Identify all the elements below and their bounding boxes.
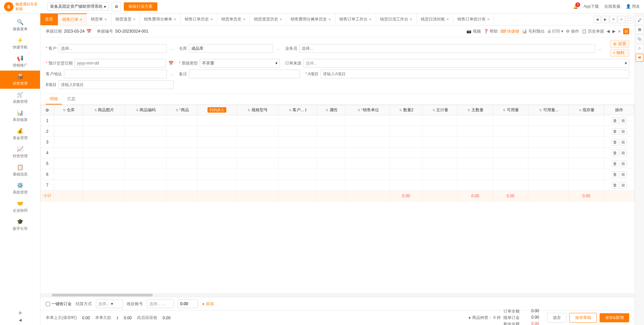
tab-expand-btn[interactable]: ⛶ bbox=[626, 16, 633, 23]
row-qty2-7[interactable] bbox=[390, 180, 422, 191]
row-spec-5[interactable] bbox=[236, 158, 278, 169]
right-panel-edit[interactable]: 🖊 bbox=[636, 16, 644, 24]
th-gear[interactable]: ⚙ bbox=[41, 105, 54, 115]
action-video[interactable]: 📷 视频 bbox=[466, 29, 481, 34]
action-operate[interactable]: ⚙ 操作 bbox=[566, 29, 579, 34]
invoice-type-select[interactable]: 不开票 ▾ bbox=[200, 59, 280, 68]
tab-goods-history[interactable]: 销货单历史 ✕ bbox=[217, 13, 250, 25]
industry-btn[interactable]: 体验行业方案 bbox=[124, 2, 157, 11]
row-spec-4[interactable] bbox=[236, 148, 278, 158]
calendar-icon-2[interactable]: 📅 bbox=[168, 61, 174, 66]
row-attr-7[interactable] bbox=[317, 180, 346, 191]
row-spec-2[interactable] bbox=[236, 126, 278, 137]
delete-btn-4[interactable]: 🗑 bbox=[612, 150, 618, 156]
user-menu[interactable]: 👤 用友 bbox=[626, 4, 640, 9]
salesperson-dots[interactable]: … bbox=[598, 46, 602, 51]
row-qty2-4[interactable] bbox=[390, 148, 422, 158]
tab-sales-order-history-close[interactable]: ✕ bbox=[210, 17, 213, 21]
sort-icon-product[interactable]: ⇅ bbox=[176, 108, 178, 112]
row-customer-3[interactable] bbox=[278, 137, 317, 148]
scan-btn[interactable]: 扫码录入 bbox=[207, 107, 226, 113]
sidebar-item-purchase[interactable]: 🛒 采购管理 bbox=[0, 89, 40, 107]
copy-btn-4[interactable]: ⊞ bbox=[620, 150, 627, 156]
nav-prev-btn[interactable]: ◀ bbox=[607, 29, 610, 34]
action-shortcut[interactable]: ⌨ 快捷键 bbox=[500, 29, 519, 34]
sort-icon-qty2[interactable]: ⇅ bbox=[399, 108, 402, 112]
row-warehouse-1[interactable] bbox=[54, 115, 83, 126]
tab-sales-return[interactable]: 销货退货 ✕ bbox=[111, 13, 140, 25]
system-name[interactable]: 装备及固定资产辅助管理系统 ▾ bbox=[47, 3, 109, 10]
tab-sales-stats-close[interactable]: ✕ bbox=[487, 17, 490, 21]
row-spec-6[interactable] bbox=[236, 169, 278, 180]
row-spec-1[interactable] bbox=[236, 115, 278, 126]
row-customer-2[interactable] bbox=[278, 126, 317, 137]
row-attr-2[interactable] bbox=[317, 126, 346, 137]
add-material-btn[interactable]: + 物料 bbox=[610, 49, 629, 57]
sort-icon-spec[interactable]: ⇅ bbox=[248, 108, 250, 112]
sort-icon-code[interactable]: ⇅ bbox=[136, 108, 139, 112]
delete-btn-7[interactable]: 🗑 bbox=[612, 182, 618, 189]
row-warehouse-6[interactable] bbox=[54, 169, 83, 180]
receipt-dots[interactable]: … bbox=[162, 301, 166, 306]
one-click-label[interactable]: 一键收订金 bbox=[46, 301, 72, 307]
delete-btn-5[interactable]: 🗑 bbox=[612, 160, 618, 167]
customer-address-input[interactable] bbox=[64, 70, 167, 78]
sort-icon-available[interactable]: ⇅ bbox=[503, 108, 505, 112]
row-product-3[interactable] bbox=[166, 137, 197, 148]
tab-goods-history-close[interactable]: ✕ bbox=[243, 17, 245, 21]
tab-next-btn[interactable]: ▶ bbox=[602, 16, 609, 23]
right-panel-attach[interactable]: 📎 bbox=[636, 35, 644, 43]
sidebar-item-marketing[interactable]: 📢 营销推广 bbox=[0, 52, 40, 71]
tab-sales-expense-close[interactable]: ✕ bbox=[174, 17, 176, 21]
row-warehouse-3[interactable] bbox=[54, 137, 83, 148]
address-dots[interactable]: … bbox=[169, 72, 174, 76]
tab-sales-order-history[interactable]: 销售订单历史 ✕ bbox=[181, 13, 217, 25]
info-icon[interactable]: ℹ bbox=[305, 108, 307, 112]
copy-btn-3[interactable]: ⊞ bbox=[620, 139, 627, 146]
tab-sales-goods-close[interactable]: ✕ bbox=[104, 17, 107, 21]
right-panel-star[interactable]: ☆ bbox=[636, 44, 644, 52]
row-customer-4[interactable] bbox=[278, 148, 317, 158]
row-attr-5[interactable] bbox=[317, 158, 346, 169]
tab-expense-history-close[interactable]: ✕ bbox=[328, 17, 331, 21]
copy-btn-5[interactable]: ⊞ bbox=[620, 160, 627, 167]
row-unit-6[interactable] bbox=[346, 169, 390, 180]
receipt-no-select[interactable]: 选择... … bbox=[147, 299, 174, 308]
row-code-6[interactable] bbox=[124, 169, 166, 180]
row-unit-7[interactable] bbox=[346, 180, 390, 191]
tab-sales-stats[interactable]: 销售订单统计表 ✕ bbox=[453, 13, 494, 25]
list-view-btn[interactable]: ≡ bbox=[618, 29, 620, 34]
copy-btn-7[interactable]: ⊞ bbox=[620, 182, 627, 189]
a-project-input[interactable] bbox=[320, 70, 629, 78]
warehouse-input[interactable] bbox=[189, 44, 273, 53]
sort-icon-unit[interactable]: ⇅ bbox=[357, 108, 360, 112]
sort-icon-current[interactable]: ⇅ bbox=[579, 108, 581, 112]
sidebar-item-operations[interactable]: 📈 经营管理 bbox=[0, 143, 40, 161]
row-customer-code-1[interactable] bbox=[278, 115, 317, 126]
row-spec-7[interactable] bbox=[236, 180, 278, 191]
delete-btn-6[interactable]: 🗑 bbox=[612, 171, 618, 178]
one-click-checkbox[interactable] bbox=[46, 302, 50, 306]
row-product-2[interactable] bbox=[166, 126, 197, 137]
sidebar-item-search[interactable]: 🔍 搜索菜单 bbox=[0, 16, 40, 34]
row-qty2-6[interactable] bbox=[390, 169, 422, 180]
row-qty2-5[interactable] bbox=[390, 158, 422, 169]
row-code-5[interactable] bbox=[124, 158, 166, 169]
notification-btn[interactable]: 🔔 5 bbox=[573, 4, 578, 9]
discard-btn[interactable]: 放弃 bbox=[547, 313, 567, 323]
online-service-link[interactable]: 在线客服 bbox=[604, 4, 620, 9]
delete-btn-1[interactable]: 🗑 bbox=[612, 117, 618, 124]
row-qty2-3[interactable] bbox=[390, 137, 422, 148]
tab-cash-workbench[interactable]: 钱货日清工作台 ✕ bbox=[376, 13, 417, 25]
row-main-qty-7[interactable] bbox=[458, 180, 493, 191]
tab-order-workbench[interactable]: 销售订单工作台 ✕ bbox=[335, 13, 376, 25]
sidebar-item-finance[interactable]: 💰 资金管理 bbox=[0, 125, 40, 143]
amount-input[interactable] bbox=[178, 299, 198, 308]
row-code-7[interactable] bbox=[124, 180, 166, 191]
sidebar-item-system[interactable]: ⚙️ 系统管理 bbox=[0, 179, 40, 198]
row-warehouse-2[interactable] bbox=[54, 126, 83, 137]
row-attr-4[interactable] bbox=[317, 148, 346, 158]
sort-icon-available2[interactable]: ⇅ bbox=[539, 108, 542, 112]
row-unit-2[interactable] bbox=[346, 126, 390, 137]
copy-btn-1[interactable]: ⊞ bbox=[620, 117, 627, 124]
